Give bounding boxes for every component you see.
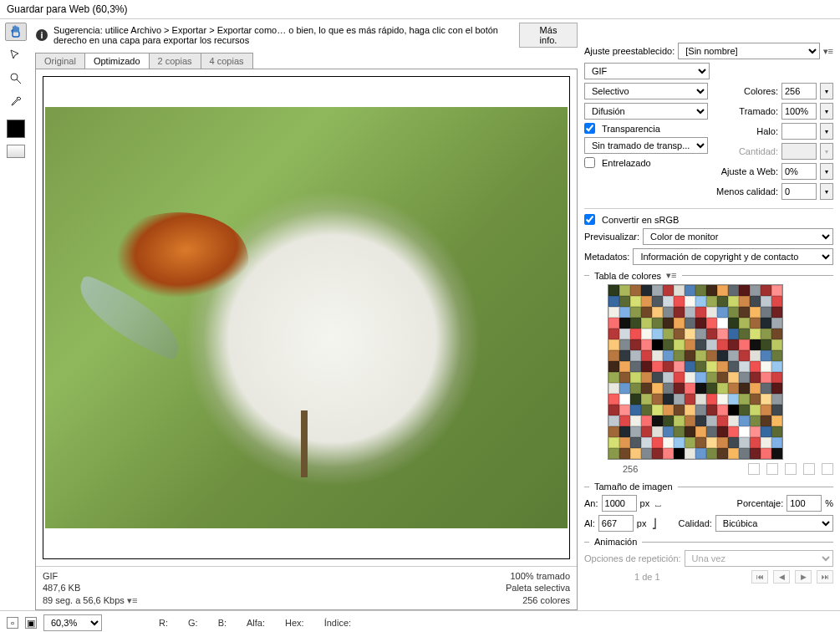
tip-text: Sugerencia: utilice Archivo > Exportar >…: [53, 25, 514, 45]
info-right: 100% tramado Paleta selectiva 256 colore…: [506, 570, 570, 606]
dither-stepper[interactable]: ▾: [820, 103, 833, 120]
height-input[interactable]: [598, 515, 634, 532]
preview-tabs: Original Optimizado 2 copias 4 copias: [35, 53, 578, 69]
trans-amount-stepper: ▾: [820, 143, 833, 160]
ct-icon-4[interactable]: [803, 463, 815, 475]
anim-first: ⏮: [751, 570, 768, 584]
colortable-title: Tabla de colores: [594, 271, 661, 281]
color-reduction-select[interactable]: Selectivo: [584, 83, 708, 99]
preview-canvas[interactable]: [43, 76, 570, 559]
interlaced-checkbox[interactable]: [584, 157, 595, 168]
info-icon: i: [35, 28, 48, 42]
preset-select[interactable]: [Sin nombre]: [678, 43, 819, 59]
matte-input[interactable]: [781, 123, 817, 140]
metadata-label: Metadatos:: [584, 252, 629, 262]
matte-label: Halo:: [756, 126, 778, 136]
eyedropper-color[interactable]: [7, 120, 25, 138]
ct-icon-1[interactable]: [748, 463, 760, 475]
tab-optimized[interactable]: Optimizado: [84, 53, 150, 69]
imagesize-title: Tamaño de imagen: [594, 482, 673, 492]
lossy-label: Menos calidad:: [716, 186, 778, 196]
zoom-tool[interactable]: [5, 69, 27, 88]
preset-label: Ajuste preestablecido:: [584, 46, 675, 56]
ct-icon-3[interactable]: [785, 463, 797, 475]
zoom-in-icon[interactable]: ▣: [25, 617, 37, 629]
eyedropper-tool[interactable]: [5, 93, 27, 111]
matte-dropdown[interactable]: ▾: [820, 123, 833, 140]
tab-4up[interactable]: 4 copias: [201, 53, 253, 69]
colors-stepper[interactable]: ▾: [820, 83, 833, 99]
color-count: 256: [623, 464, 638, 474]
trans-amount-label: Cantidad:: [739, 146, 778, 156]
width-input[interactable]: [602, 495, 637, 512]
colors-label: Colores:: [744, 86, 778, 96]
svg-text:i: i: [40, 30, 43, 40]
transparency-dither-select[interactable]: Sin tramado de transp...: [584, 137, 708, 154]
dither-method-select[interactable]: Difusión: [584, 103, 708, 120]
color-readouts: R:G:B: Alfa:Hex:Índice:: [159, 618, 351, 628]
loop-label: Opciones de repetición:: [584, 553, 681, 563]
colors-input[interactable]: [781, 83, 817, 99]
color-table-grid[interactable]: [608, 284, 783, 460]
slice-select-tool[interactable]: [5, 46, 27, 64]
lossy-input[interactable]: [781, 183, 817, 200]
srgb-label: Convertir en sRGB: [602, 215, 679, 225]
constrain-link-icon[interactable]: ⎵: [653, 498, 663, 508]
srgb-checkbox[interactable]: [584, 214, 595, 225]
websnap-label: Ajuste a Web:: [721, 166, 778, 176]
preview-image: [45, 107, 568, 528]
websnap-input[interactable]: [781, 163, 817, 180]
hand-tool[interactable]: [5, 23, 27, 41]
tab-2up[interactable]: 2 copias: [149, 53, 201, 69]
zoom-select[interactable]: 60,3%: [43, 614, 102, 631]
slice-visibility-toggle[interactable]: [7, 145, 25, 158]
format-select[interactable]: GIF: [584, 63, 710, 79]
ct-icon-5[interactable]: [822, 463, 833, 475]
anim-last: ⏭: [817, 570, 833, 584]
quality-label: Calidad:: [678, 518, 711, 528]
bandwidth-menu-icon[interactable]: ▾≡: [127, 595, 137, 605]
settings-panel: Ajuste preestablecido: [Sin nombre] ▾≡ G…: [581, 19, 840, 610]
percent-label: Porcentaje:: [737, 498, 784, 508]
websnap-stepper[interactable]: ▾: [820, 163, 833, 180]
tool-palette: [0, 19, 32, 610]
quality-select[interactable]: Bicúbica: [715, 515, 833, 532]
window-title: Guardar para Web (60,3%): [0, 0, 840, 18]
anim-next: ▶: [795, 570, 812, 584]
trans-amount-input: [781, 143, 817, 160]
width-label: An:: [584, 498, 598, 508]
px-unit: px: [640, 498, 650, 508]
dither-amount-input[interactable]: [781, 103, 817, 120]
percent-input[interactable]: [787, 495, 822, 512]
height-label: Al:: [584, 518, 595, 528]
frame-counter: 1 de 1: [634, 572, 660, 582]
loop-select: Una vez: [685, 550, 833, 567]
metadata-select[interactable]: Información de copyright y de contacto: [633, 248, 833, 265]
lossy-stepper[interactable]: ▾: [820, 183, 833, 200]
percent-unit: %: [825, 498, 833, 508]
svg-point-0: [11, 74, 18, 80]
interlaced-label: Entrelazado: [602, 158, 651, 168]
zoom-out-icon[interactable]: ▫: [7, 617, 18, 629]
anim-prev: ◀: [773, 570, 790, 584]
colortable-menu-icon[interactable]: ▾≡: [666, 270, 676, 281]
preview-profile-label: Previsualizar:: [584, 232, 639, 242]
more-info-button[interactable]: Más info.: [519, 23, 578, 48]
preset-menu-icon[interactable]: ▾≡: [823, 46, 833, 57]
px-unit-2: px: [637, 518, 647, 528]
preview-profile-select[interactable]: Color de monitor: [643, 228, 833, 245]
ct-icon-2[interactable]: [766, 463, 778, 475]
tab-original[interactable]: Original: [35, 53, 85, 69]
colortable-actions: [748, 463, 833, 475]
transparency-checkbox[interactable]: [584, 123, 595, 134]
constrain-link-bracket: ⎦: [649, 518, 659, 529]
dither-amount-label: Tramado:: [739, 106, 778, 116]
animation-title: Animación: [594, 537, 637, 547]
info-left: GIF 487,6 KB 89 seg. a 56,6 Kbps ▾≡: [43, 570, 137, 606]
transparency-label: Transparencia: [602, 124, 660, 134]
